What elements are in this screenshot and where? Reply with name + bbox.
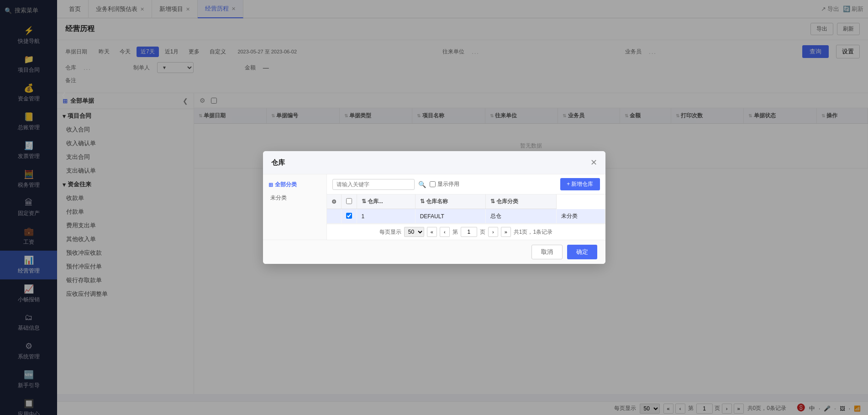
- modal-select-all-checkbox[interactable]: [346, 198, 352, 204]
- row-category: 未分类: [556, 209, 605, 224]
- modal-right-panel: 🔍 显示停用 + 新增仓库 ⚙ ⇅ 仓库...: [327, 174, 605, 240]
- modal-body: ⊞ 全部分类 ❮ 未分类 🔍 显示停用 + 新增仓库: [263, 174, 605, 240]
- modal-overlay[interactable]: 仓库 ✕ ⊞ 全部分类 ❮ 未分类 🔍 显示停用: [0, 0, 868, 415]
- modal-th-checkbox: [341, 194, 357, 209]
- modal-left-section-label: 全部分类: [275, 181, 297, 189]
- modal-last-page-button[interactable]: »: [501, 227, 511, 237]
- modal-th-gear: ⚙: [327, 194, 342, 209]
- modal-th-name: ⇅ 仓库名称: [415, 194, 485, 209]
- modal-title: 仓库: [271, 158, 285, 167]
- modal-category-unclassified[interactable]: 未分类: [263, 191, 326, 205]
- modal-per-page-select[interactable]: 50: [404, 227, 424, 237]
- warehouse-modal: 仓库 ✕ ⊞ 全部分类 ❮ 未分类 🔍 显示停用: [263, 151, 605, 264]
- modal-search-input[interactable]: [332, 179, 415, 190]
- sort-icon-code: ⇅: [362, 198, 366, 205]
- modal-page-pre-label: 第: [452, 228, 458, 236]
- modal-prev-page-button[interactable]: ‹: [440, 227, 450, 237]
- modal-th-code: ⇅ 仓库...: [357, 194, 415, 209]
- modal-page-label: 页: [480, 228, 485, 236]
- modal-add-warehouse-button[interactable]: + 新增仓库: [560, 178, 600, 190]
- show-disabled-text: 显示停用: [437, 180, 459, 188]
- row-checkbox[interactable]: [341, 209, 357, 224]
- modal-per-page-label: 每页显示: [379, 228, 401, 236]
- modal-left-panel: ⊞ 全部分类 ❮ 未分类: [263, 174, 327, 240]
- row-code: DEFAULT: [415, 209, 485, 224]
- modal-search-button[interactable]: 🔍: [418, 181, 426, 188]
- modal-left-header[interactable]: ⊞ 全部分类: [263, 178, 326, 191]
- modal-confirm-button[interactable]: 确定: [567, 245, 597, 259]
- row-gear: [327, 209, 342, 224]
- row-id: 1: [357, 209, 415, 224]
- modal-toolbar: 🔍 显示停用 + 新增仓库: [327, 174, 605, 194]
- modal-page-input[interactable]: [461, 227, 477, 237]
- modal-total-text: 共1页，1条记录: [514, 228, 552, 236]
- modal-cancel-button[interactable]: 取消: [531, 245, 563, 259]
- modal-table-header-row: ⚙ ⇅ 仓库... ⇅ 仓库名称 ⇅ 仓库分类: [327, 194, 605, 209]
- modal-header: 仓库 ✕: [263, 151, 605, 174]
- modal-footer: 取消 确定: [263, 240, 605, 264]
- gear-icon-modal[interactable]: ⚙: [331, 199, 337, 205]
- modal-table-container: ⚙ ⇅ 仓库... ⇅ 仓库名称 ⇅ 仓库分类 1 DEFAULT 总仓 未分类: [327, 194, 605, 224]
- row-name: 总仓: [486, 209, 556, 224]
- modal-pagination: 每页显示 50 « ‹ 第 页 › » 共1页，1条记录: [327, 224, 605, 240]
- modal-table: ⚙ ⇅ 仓库... ⇅ 仓库名称 ⇅ 仓库分类 1 DEFAULT 总仓 未分类: [327, 194, 605, 224]
- modal-next-page-button[interactable]: ›: [488, 227, 498, 237]
- show-disabled-checkbox[interactable]: [430, 181, 436, 187]
- modal-close-button[interactable]: ✕: [590, 158, 597, 168]
- modal-th-category: ⇅ 仓库分类: [486, 194, 556, 209]
- sort-icon-name: ⇅: [420, 198, 425, 205]
- modal-first-page-button[interactable]: «: [427, 227, 437, 237]
- modal-table-row[interactable]: 1 DEFAULT 总仓 未分类: [327, 209, 605, 224]
- sort-icon-category: ⇅: [490, 198, 495, 205]
- grid-icon-modal: ⊞: [268, 182, 273, 188]
- show-disabled-label[interactable]: 显示停用: [430, 180, 459, 188]
